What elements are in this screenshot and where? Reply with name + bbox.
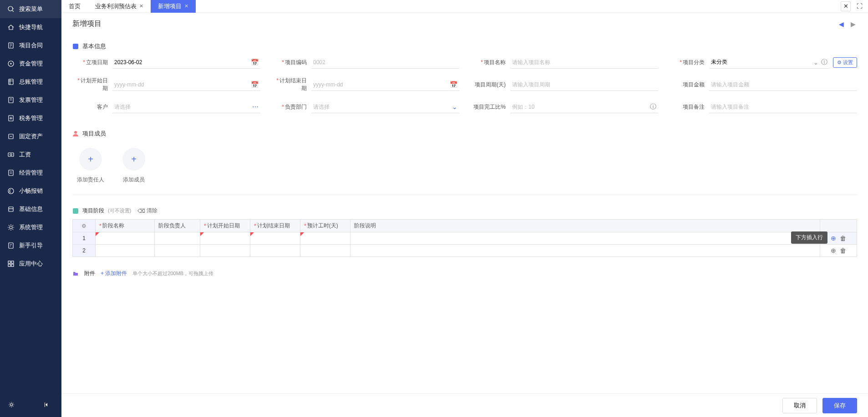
settings-icon[interactable] xyxy=(7,401,15,409)
contract-icon xyxy=(7,42,15,49)
eraser-icon: ⌫ xyxy=(137,208,145,214)
sidebar-item-salary[interactable]: 工资 xyxy=(0,146,61,164)
col-header: 预计工时(天) xyxy=(307,222,338,230)
svg-rect-7 xyxy=(8,153,14,156)
project-name-input[interactable] xyxy=(510,56,658,69)
prev-record-button[interactable]: ◀ xyxy=(837,20,845,28)
svg-rect-16 xyxy=(8,264,10,266)
category-settings-button[interactable]: ⚙ 设置 xyxy=(833,57,857,68)
chevron-down-icon[interactable]: ⌄ xyxy=(452,103,457,111)
plan-end-input[interactable] xyxy=(311,78,459,91)
delete-row-button[interactable]: 🗑 xyxy=(840,235,846,242)
close-panel-button[interactable]: ✕ xyxy=(841,1,851,11)
customer-select[interactable] xyxy=(112,100,260,113)
row-number: 2 xyxy=(73,245,96,256)
sidebar-item-quicknav[interactable]: 快捷导航 xyxy=(0,18,61,36)
amount-input[interactable] xyxy=(709,78,857,91)
close-icon[interactable]: ✕ xyxy=(184,3,188,9)
sidebar-item-basicinfo[interactable]: 基础信息 xyxy=(0,200,61,218)
sidebar-item-assets[interactable]: 固定资产 xyxy=(0,127,61,146)
svg-rect-17 xyxy=(11,264,14,266)
add-attachment-button[interactable]: + 添加附件 xyxy=(101,270,127,277)
table-row[interactable]: 1 ⊕ 🗑 xyxy=(73,232,857,245)
field-label: 计划开始日期 xyxy=(81,77,108,91)
tab-label: 业务利润预估表 xyxy=(95,2,137,10)
more-icon[interactable]: ⋯ xyxy=(252,103,259,111)
calendar-icon[interactable]: 📅 xyxy=(251,59,259,66)
sidebar-item-label: 工资 xyxy=(19,151,31,159)
delete-row-button[interactable]: 🗑 xyxy=(840,247,846,254)
collapse-sidebar-icon[interactable] xyxy=(43,401,51,409)
apps-icon xyxy=(7,260,15,267)
expense-icon xyxy=(7,187,15,195)
cycle-days-input[interactable] xyxy=(510,78,658,91)
phases-table: 下方插入行 ⚙ *阶段名称 阶段负责人 *计划开始日期 *计划结束日期 *预计工… xyxy=(72,219,857,257)
project-code-input[interactable] xyxy=(311,56,459,69)
tab-bar: 首页 业务利润预估表 ✕ 新增项目 ✕ ✕ ⛶ xyxy=(61,0,868,13)
tax-icon xyxy=(7,115,15,122)
project-category-select[interactable] xyxy=(709,56,829,69)
attachment-hint: 单个大小不超过200MB，可拖拽上传 xyxy=(132,270,213,277)
tab-new-project[interactable]: 新增项目 ✕ xyxy=(151,0,196,13)
remark-input[interactable] xyxy=(709,100,857,113)
progress-input[interactable] xyxy=(510,100,658,113)
sidebar-item-label: 项目合同 xyxy=(19,41,43,50)
sidebar-item-tax[interactable]: 税务管理 xyxy=(0,109,61,127)
expand-icon[interactable]: ⛶ xyxy=(854,1,864,11)
dept-select[interactable] xyxy=(311,100,459,113)
sidebar-item-ledger[interactable]: 总账管理 xyxy=(0,73,61,91)
field-label: 项目分类 xyxy=(683,59,705,65)
calendar-icon[interactable]: 📅 xyxy=(450,81,457,88)
attachment-section-icon xyxy=(72,271,79,277)
sidebar-item-operations[interactable]: 经营管理 xyxy=(0,164,61,182)
help-icon[interactable]: ⓘ xyxy=(650,103,656,111)
sidebar-item-invoice[interactable]: 发票管理 xyxy=(0,91,61,109)
tab-home[interactable]: 首页 xyxy=(61,0,88,13)
required-marker-icon xyxy=(300,232,304,236)
sidebar-item-label: 总账管理 xyxy=(19,78,43,86)
table-row[interactable]: 2 ⊕ 🗑 xyxy=(73,245,857,256)
operations-icon xyxy=(7,169,15,176)
insert-row-button[interactable]: ⊕ xyxy=(831,247,836,254)
section-title: 项目阶段 xyxy=(82,207,104,215)
sidebar-item-funds[interactable]: 资金管理 xyxy=(0,55,61,73)
gear-icon: ⚙ xyxy=(837,60,842,65)
sidebar-item-contract[interactable]: 项目合同 xyxy=(0,36,61,55)
plan-start-input[interactable] xyxy=(112,78,260,91)
sidebar-item-expense[interactable]: 小畅报销 xyxy=(0,182,61,200)
chevron-down-icon[interactable]: ⌄ xyxy=(813,59,818,66)
col-header: 计划结束日期 xyxy=(257,222,290,230)
section-title: 附件 xyxy=(84,270,95,277)
svg-point-8 xyxy=(10,154,12,156)
phases-section-icon xyxy=(72,208,79,214)
sidebar-item-guide[interactable]: 新手引导 xyxy=(0,236,61,255)
phases-hint: (可不设置) xyxy=(108,207,131,214)
insert-row-button[interactable]: ⊕ xyxy=(831,235,836,242)
save-button[interactable]: 保存 xyxy=(822,398,857,413)
calendar-icon[interactable]: 📅 xyxy=(251,81,259,88)
sidebar-item-label: 资金管理 xyxy=(19,60,43,68)
gear-icon[interactable]: ⚙ xyxy=(81,223,86,229)
svg-rect-21 xyxy=(73,208,78,214)
add-owner-button[interactable]: + xyxy=(79,148,102,171)
assets-icon xyxy=(7,133,15,140)
tab-profit-estimate[interactable]: 业务利润预估表 ✕ xyxy=(88,0,151,13)
help-icon[interactable]: ⓘ xyxy=(821,58,827,66)
sidebar-item-system[interactable]: 系统管理 xyxy=(0,218,61,236)
col-header: 阶段名称 xyxy=(102,222,124,230)
field-label: 项目编码 xyxy=(285,59,307,65)
svg-point-20 xyxy=(74,131,77,134)
cancel-button[interactable]: 取消 xyxy=(782,398,817,413)
clear-phases-button[interactable]: ⌫ 清除 xyxy=(137,207,157,215)
sidebar-item-apps[interactable]: 应用中心 xyxy=(0,255,61,273)
add-member-button[interactable]: + xyxy=(122,148,145,171)
svg-rect-3 xyxy=(9,79,13,85)
sidebar-search[interactable]: 搜索菜单 xyxy=(0,0,61,18)
create-date-input[interactable] xyxy=(112,56,260,69)
funds-icon xyxy=(7,60,15,67)
search-icon xyxy=(7,5,15,13)
svg-rect-15 xyxy=(11,261,14,263)
close-icon[interactable]: ✕ xyxy=(139,3,143,9)
field-label: 负责部门 xyxy=(285,104,307,110)
next-record-button[interactable]: ▶ xyxy=(849,20,857,28)
